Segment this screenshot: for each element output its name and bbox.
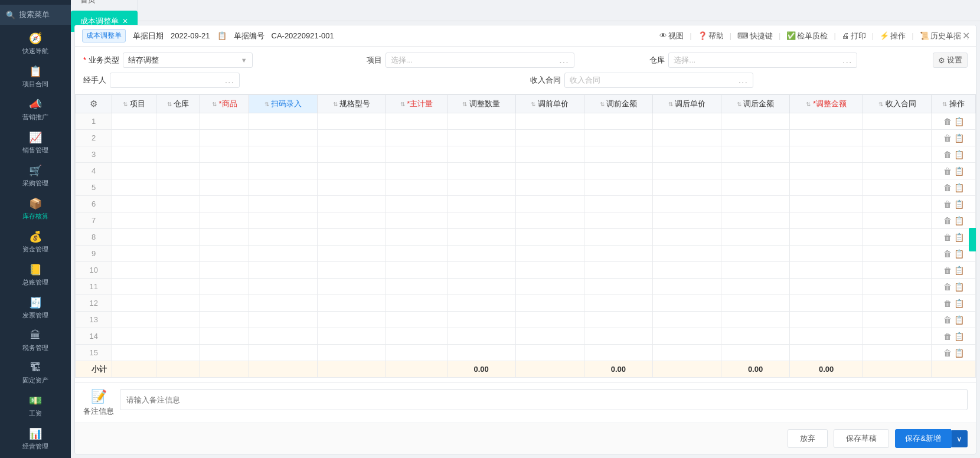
notes-input[interactable]: [120, 389, 968, 410]
copy-icon-6[interactable]: 📋: [954, 199, 964, 209]
delete-icon-1[interactable]: 🗑: [943, 117, 952, 126]
header-action-help[interactable]: ❓帮助: [698, 31, 724, 41]
cell-pre_amount-8: [584, 229, 652, 246]
sidebar-item-salary[interactable]: 💵工资: [20, 390, 51, 423]
copy-icon-11[interactable]: 📋: [954, 282, 964, 292]
action-cell-5: 🗑📋: [934, 183, 973, 192]
cell-spec-2: [318, 130, 386, 146]
cell-pre_price-6: [515, 196, 584, 212]
sidebar-item-project-contract[interactable]: 📋项目合同: [20, 60, 51, 93]
tab-home[interactable]: 首页: [71, 0, 138, 11]
sidebar-item-tax[interactable]: 🏛税务管理: [20, 325, 51, 357]
delete-icon-3[interactable]: 🗑: [943, 150, 952, 159]
action-cell-9: 🗑📋: [934, 249, 973, 259]
project-input[interactable]: 选择... ...: [386, 53, 574, 68]
copy-icon-2[interactable]: 📋: [954, 133, 964, 143]
cell-pre_amount-5: [584, 179, 652, 196]
table-header: ⚙⇅ 项目⇅ 仓库⇅ *商品⇅ 扫码录入⇅ 规格型号⇅ *主计量⇅ 调整数量⇅ …: [76, 95, 976, 113]
sidebar-item-quick-nav[interactable]: 🧭快速导航: [20, 27, 51, 60]
copy-icon-14[interactable]: 📋: [954, 332, 964, 341]
notes-icon-box[interactable]: 📝 备注信息: [83, 389, 114, 417]
sidebar-search[interactable]: 🔍 搜索菜单: [0, 5, 71, 25]
tab-close-cost-adjust[interactable]: ✕: [122, 17, 128, 25]
sidebar-item-ops[interactable]: 📊经营管理: [20, 423, 51, 456]
cell-project-1: [112, 113, 156, 130]
save-draft-button[interactable]: 保存草稿: [834, 429, 889, 448]
right-handle[interactable]: [969, 228, 976, 251]
header-action-action[interactable]: ⚡操作: [880, 31, 906, 41]
settings-button[interactable]: ⚙ 设置: [933, 53, 968, 68]
cell-post_price-12: [652, 295, 721, 312]
sidebar-item-assets[interactable]: 🏗固定资产: [20, 357, 51, 390]
warehouse-input[interactable]: 选择... ...: [668, 53, 857, 68]
sidebar-item-invoice[interactable]: 🧾发票管理: [20, 292, 51, 325]
header-action-print[interactable]: 🖨打印: [842, 31, 866, 41]
sidebar-item-basic[interactable]: 🗂基础信息: [20, 456, 51, 458]
cell-spec-8: [318, 229, 386, 246]
sidebar-item-ledger[interactable]: 📒总账管理: [20, 259, 51, 292]
cell-post_price-7: [652, 212, 721, 229]
cell-adj_amount-4: [790, 163, 863, 179]
delete-icon-9[interactable]: 🗑: [943, 249, 952, 259]
delete-icon-13[interactable]: 🗑: [943, 315, 952, 325]
cell-unit-8: [386, 229, 447, 246]
cell-product-6: [200, 196, 249, 212]
delete-icon-10[interactable]: 🗑: [943, 266, 952, 275]
delete-icon-12[interactable]: 🗑: [943, 299, 952, 308]
delete-icon-6[interactable]: 🗑: [943, 199, 952, 209]
cell-settings-13: 13: [76, 312, 112, 328]
col-header-settings[interactable]: ⚙: [76, 95, 112, 113]
agent-input[interactable]: ...: [110, 73, 240, 88]
delete-icon-7[interactable]: 🗑: [943, 216, 952, 225]
cell-adj_amount-7: [790, 212, 863, 229]
sidebar-item-inventory[interactable]: 📦库存核算: [20, 192, 51, 225]
copy-icon-8[interactable]: 📋: [954, 233, 964, 242]
sidebar-item-marketing[interactable]: 📣营销推广: [20, 93, 51, 126]
copy-icon-1[interactable]: 📋: [954, 117, 964, 126]
delete-icon-8[interactable]: 🗑: [943, 233, 952, 242]
cell-project-6: [112, 196, 156, 212]
copy-icon-7[interactable]: 📋: [954, 216, 964, 225]
cell-project-2: [112, 130, 156, 146]
cell-product-13: [200, 312, 249, 328]
biz-type-input[interactable]: 结存调整 ▼: [123, 53, 253, 68]
copy-icon-10[interactable]: 📋: [954, 266, 964, 275]
sidebar-item-sales[interactable]: 📈销售管理: [20, 126, 51, 159]
sidebar-label-tax: 税务管理: [22, 344, 48, 352]
copy-icon-4[interactable]: 📋: [954, 166, 964, 176]
delete-icon-2[interactable]: 🗑: [943, 133, 952, 143]
copy-icon-15[interactable]: 📋: [954, 348, 964, 358]
delete-icon-15[interactable]: 🗑: [943, 348, 952, 358]
cell-action-15: 🗑📋: [932, 345, 976, 361]
copy-icon-9[interactable]: 📋: [954, 249, 964, 259]
form-area: 业务类型 结存调整 ▼ 项目 选择... ... 仓库 选: [75, 47, 976, 94]
header-action-view[interactable]: 👁视图: [659, 31, 684, 41]
cell-scan-1: [249, 113, 318, 130]
header-action-history[interactable]: 📜历史单据: [920, 31, 961, 41]
sidebar-item-finance[interactable]: 💰资金管理: [20, 225, 51, 259]
delete-icon-11[interactable]: 🗑: [943, 282, 952, 292]
save-new-arrow-button[interactable]: ∨: [951, 430, 968, 447]
save-new-button[interactable]: 保存&新增: [895, 429, 951, 448]
copy-icon-13[interactable]: 📋: [954, 315, 964, 325]
cell-spec-10: [318, 262, 386, 279]
discard-button[interactable]: 放弃: [788, 429, 828, 448]
sidebar-item-purchase[interactable]: 🛒采购管理: [20, 159, 51, 192]
cell-pre_amount-4: [584, 163, 652, 179]
delete-icon-14[interactable]: 🗑: [943, 332, 952, 341]
header-action-shortcut[interactable]: ⌨快捷键: [737, 31, 773, 41]
cell-adj_qty-6: [447, 196, 515, 212]
copy-icon-3[interactable]: 📋: [954, 150, 964, 159]
settings-col-icon[interactable]: ⚙: [90, 99, 97, 109]
cell-settings-1: 1: [76, 113, 112, 130]
copy-icon-12[interactable]: 📋: [954, 299, 964, 308]
income-contract-input[interactable]: 收入合同 ...: [564, 73, 753, 88]
sidebar-icon-tax: 🏛: [30, 329, 41, 342]
action-sep: |: [912, 31, 913, 40]
copy-icon-5[interactable]: 📋: [954, 183, 964, 192]
delete-icon-5[interactable]: 🗑: [943, 183, 952, 192]
doc-close-button[interactable]: ✕: [962, 30, 970, 41]
project-placeholder: 选择...: [391, 55, 413, 66]
header-action-check[interactable]: ✅检单质检: [786, 31, 828, 41]
delete-icon-4[interactable]: 🗑: [943, 166, 952, 176]
